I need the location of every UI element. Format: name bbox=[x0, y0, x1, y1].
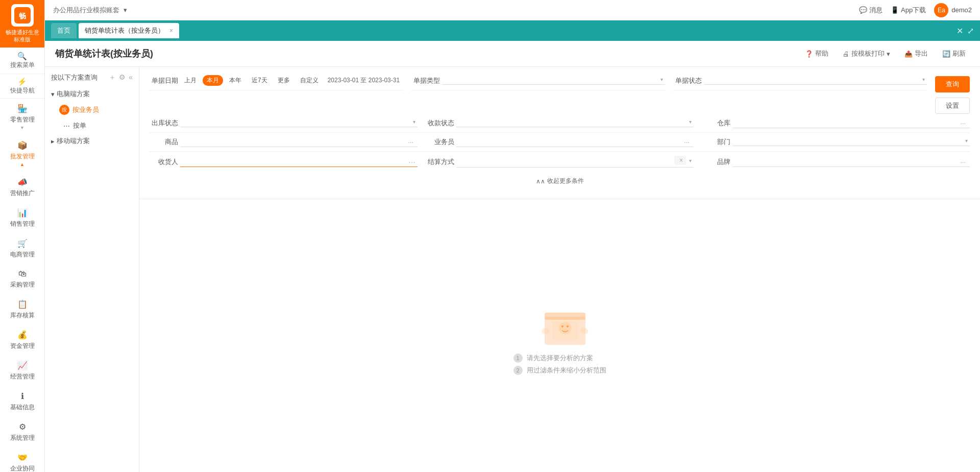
date-btn-this-month[interactable]: 本月 bbox=[203, 75, 223, 86]
out-status-select[interactable]: ▾ bbox=[180, 119, 418, 127]
sidebar-item-retail[interactable]: 🏪 零售管理 ▼ bbox=[0, 99, 44, 135]
date-btn-last-month[interactable]: 上月 bbox=[180, 75, 201, 86]
topbar-right: 💬 消息 📱 App下载 Ea demo2 bbox=[859, 3, 972, 17]
print-dropdown-icon[interactable]: ▾ bbox=[887, 50, 890, 58]
add-scheme-icon[interactable]: ＋ bbox=[109, 73, 116, 82]
settlement-dropdown-icon: ▾ bbox=[689, 158, 692, 163]
svg-point-7 bbox=[567, 325, 569, 327]
scheme-group-mobile-header[interactable]: ▸ 移动端方案 bbox=[45, 133, 139, 149]
date-btn-more[interactable]: 更多 bbox=[274, 75, 294, 86]
salesperson-dots: ... bbox=[684, 137, 690, 145]
sidebar-item-basic-info[interactable]: ℹ 基础信息 bbox=[0, 386, 44, 417]
export-icon: 📤 bbox=[904, 50, 913, 58]
chevron-right-icon: ▸ bbox=[51, 137, 55, 145]
collect-status-select[interactable]: ▾ bbox=[456, 119, 694, 127]
topbar-title-area[interactable]: 办公用品行业模拟账套 ▾ bbox=[53, 6, 127, 15]
consignee-input[interactable]: … bbox=[180, 156, 418, 167]
brand-label: 品牌 bbox=[702, 157, 730, 167]
main-area: 办公用品行业模拟账套 ▾ 💬 消息 📱 App下载 Ea demo2 首页 bbox=[45, 0, 980, 472]
svg-point-6 bbox=[561, 325, 564, 327]
scheme-group-pc-header[interactable]: ▾ 电脑端方案 bbox=[45, 86, 139, 102]
collapse-panel-icon[interactable]: « bbox=[129, 73, 133, 82]
svg-rect-3 bbox=[545, 313, 585, 320]
goods-select[interactable]: ... bbox=[180, 137, 418, 147]
refresh-icon: 🔄 bbox=[942, 50, 950, 58]
collapse-row: ∧∧ 收起更多条件 bbox=[150, 172, 970, 191]
brand-dots: ... bbox=[960, 157, 966, 164]
query-button[interactable]: 查询 bbox=[935, 76, 970, 92]
out-status-label: 出库状态 bbox=[150, 119, 178, 128]
sidebar-logo[interactable]: 畅 畅捷通好生意 标准版 bbox=[0, 0, 44, 48]
marketing-icon: 📣 bbox=[17, 177, 28, 187]
sidebar-item-operations[interactable]: 📈 经营管理 bbox=[0, 356, 44, 386]
scheme-item-salesperson[interactable]: 按 按业务员 bbox=[45, 102, 139, 118]
dept-dropdown-icon: ▾ bbox=[965, 138, 968, 144]
left-panel-title: 按以下方案查询 bbox=[51, 73, 97, 82]
warehouse-select[interactable]: ... bbox=[732, 118, 970, 128]
out-status-dropdown-icon: ▾ bbox=[413, 119, 415, 125]
collapse-btn[interactable]: ∧∧ 收起更多条件 bbox=[530, 175, 590, 187]
print-btn[interactable]: 🖨 按模板打印 ▾ bbox=[839, 47, 894, 60]
message-btn[interactable]: 💬 消息 bbox=[859, 6, 883, 15]
doc-status-select[interactable]: ▾ bbox=[704, 77, 927, 85]
doc-status-label: 单据状态 bbox=[673, 76, 702, 85]
sidebar-item-inventory[interactable]: 📋 库存核算 bbox=[0, 294, 44, 325]
close-tab-btn[interactable]: ✕ bbox=[957, 26, 963, 36]
tabbar-actions: ✕ ⤢ bbox=[957, 26, 974, 36]
svg-text:畅: 畅 bbox=[19, 12, 26, 20]
collapse-up-icon: ∧∧ bbox=[536, 178, 545, 185]
sidebar-item-marketing[interactable]: 📣 营销推广 bbox=[0, 172, 44, 203]
topbar: 办公用品行业模拟账套 ▾ 💬 消息 📱 App下载 Ea demo2 bbox=[45, 0, 980, 20]
scheme-group-mobile-label: 移动端方案 bbox=[57, 136, 90, 146]
date-btn-this-year[interactable]: 本年 bbox=[225, 75, 246, 86]
sidebar-item-quicknav[interactable]: ⚡ 快捷导航 bbox=[0, 74, 44, 99]
sidebar-item-enterprise[interactable]: 🤝 企业协同 bbox=[0, 447, 44, 472]
doc-status-dropdown-icon: ▾ bbox=[922, 77, 925, 82]
settlement-select[interactable]: × ▾ bbox=[456, 156, 694, 168]
dept-label: 部门 bbox=[702, 137, 730, 147]
app-download-btn[interactable]: 📱 App下载 bbox=[891, 6, 926, 15]
sidebar-item-purchase[interactable]: 🛍 采购管理 bbox=[0, 264, 44, 294]
empty-state: 1 请先选择要分析的方案 2 用过滤条件来缩小分析范围 bbox=[139, 199, 980, 472]
dept-select[interactable]: ▾ bbox=[732, 138, 970, 146]
brand-select[interactable]: ... bbox=[732, 157, 970, 167]
sidebar-item-wholesale[interactable]: 📦 批发管理 ▲ bbox=[0, 135, 44, 172]
settlement-label: 结算方式 bbox=[426, 157, 454, 167]
sidebar-item-system[interactable]: ⚙ 系统管理 bbox=[0, 417, 44, 447]
export-btn[interactable]: 📤 导出 bbox=[900, 47, 932, 60]
settings-button[interactable]: 设置 bbox=[935, 98, 970, 114]
enterprise-icon: 🤝 bbox=[17, 453, 28, 462]
topbar-dropdown-icon[interactable]: ▾ bbox=[124, 6, 127, 14]
doc-type-select[interactable]: ▾ bbox=[442, 77, 665, 85]
sales-stats-tab-label: 销货单统计表（按业务员） bbox=[85, 26, 164, 35]
sidebar-item-sales[interactable]: 📊 销售管理 bbox=[0, 203, 44, 233]
left-panel-icons: ＋ ⚙ « bbox=[109, 73, 133, 82]
settlement-tag-close[interactable]: × bbox=[679, 157, 683, 164]
warehouse-dots: ... bbox=[960, 118, 966, 126]
scheme-dot-icon: 按 bbox=[59, 105, 69, 115]
date-btn-7days[interactable]: 近7天 bbox=[248, 75, 272, 86]
page-header: 销货单统计表(按业务员) ❓ 帮助 🖨 按模板打印 ▾ 📤 导出 🔄 刷新 bbox=[45, 41, 980, 67]
tab-sales-stats[interactable]: 销货单统计表（按业务员） × bbox=[79, 23, 179, 38]
date-btn-custom[interactable]: 自定义 bbox=[296, 75, 323, 86]
refresh-btn[interactable]: 🔄 刷新 bbox=[938, 47, 970, 60]
wholesale-icon: 📦 bbox=[17, 140, 28, 150]
sidebar-item-search[interactable]: 🔍 搜索菜单 bbox=[0, 48, 44, 74]
consignee-field[interactable] bbox=[182, 157, 406, 164]
body-layout: 按以下方案查询 ＋ ⚙ « ▾ 电脑端方案 按 按业务员 bbox=[45, 67, 980, 472]
expand-btn[interactable]: ⤢ bbox=[967, 26, 974, 36]
ecommerce-icon: 🛒 bbox=[17, 239, 28, 248]
consignee-dots[interactable]: … bbox=[408, 156, 415, 164]
sidebar-item-finance[interactable]: 💰 资金管理 bbox=[0, 325, 44, 356]
tab-close-icon[interactable]: × bbox=[169, 27, 173, 34]
user-area[interactable]: Ea demo2 bbox=[934, 3, 972, 17]
scheme-item-order[interactable]: ⋯ 按单 bbox=[45, 118, 139, 133]
help-btn[interactable]: ❓ 帮助 bbox=[801, 47, 832, 60]
scheme-settings-icon[interactable]: ⚙ bbox=[119, 73, 126, 82]
scheme-group-mobile: ▸ 移动端方案 bbox=[45, 133, 139, 149]
date-range: 2023-03-01 至 2023-03-31 bbox=[328, 76, 400, 85]
topbar-title: 办公用品行业模拟账套 bbox=[53, 6, 119, 15]
tab-home[interactable]: 首页 bbox=[51, 23, 77, 38]
sidebar-item-ecommerce[interactable]: 🛒 电商管理 bbox=[0, 233, 44, 264]
salesperson-select[interactable]: ... bbox=[456, 137, 694, 147]
